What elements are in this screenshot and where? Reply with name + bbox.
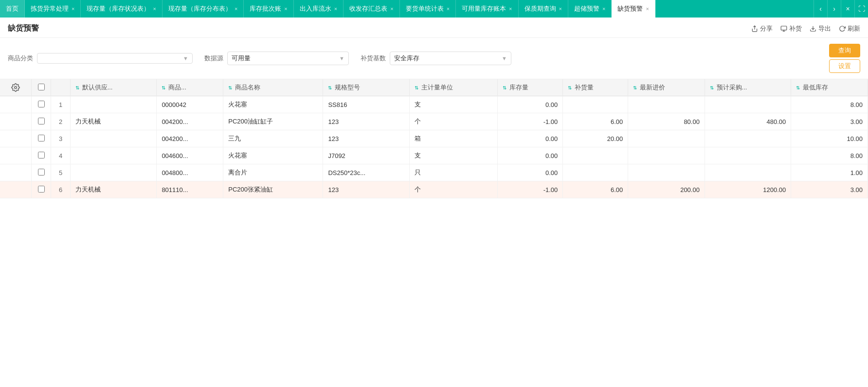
row-product-name: 三九 (223, 130, 323, 147)
row-stock: 0.00 (498, 130, 563, 147)
tab-inventory-dist[interactable]: 现存量（库存分布表） × (163, 0, 244, 18)
tab-close-expiry[interactable]: × (559, 6, 562, 12)
header-actions: 分享 补货 导出 刷新 (751, 24, 860, 33)
row-stock: 0.00 (498, 96, 563, 113)
refresh-button[interactable]: 刷新 (839, 24, 860, 33)
tab-close-inventory-dist[interactable]: × (235, 6, 237, 12)
replenish-button[interactable]: 补货 (780, 24, 802, 33)
datasource-select[interactable]: 可用量 ▼ (227, 52, 349, 65)
row-replenish (563, 164, 628, 181)
row-spec: J7092 (323, 147, 410, 164)
tab-close-available-ledger[interactable]: × (509, 6, 512, 12)
row-checkbox-cell[interactable] (32, 113, 51, 130)
datasource-label: 数据源 (204, 54, 223, 63)
col-header-latest-price[interactable]: ⇅ 最新进价 (628, 79, 705, 96)
row-replenish (563, 147, 628, 164)
row-checkbox-5[interactable] (38, 169, 45, 176)
table-row: 6 力天机械 801110... PC200张紧油缸 123 个 -1.00 6… (0, 181, 868, 198)
row-replenish: 6.00 (563, 181, 628, 198)
tab-fullscreen[interactable]: ⛶ (854, 0, 868, 18)
table-row: 5 004800... 离合片 DS250*23c... 只 0.00 1.00 (0, 164, 868, 181)
tab-home[interactable]: 首页 (0, 0, 25, 18)
tab-close-inout-flow[interactable]: × (334, 6, 337, 12)
tab-close-inventory-status[interactable]: × (153, 6, 156, 12)
row-unit: 支 (410, 147, 498, 164)
category-filter-group: 商品分类 ▼ (8, 53, 193, 64)
replenish-base-select[interactable]: 安全库存 ▼ (390, 52, 511, 65)
col-header-est-purchase[interactable]: ⇅ 预计采购... (705, 79, 791, 96)
tab-close-exception[interactable]: × (72, 6, 74, 12)
tab-available-ledger[interactable]: 可用量库存账本 × (456, 0, 518, 18)
row-min-stock: 3.00 (791, 113, 868, 130)
row-checkbox-3[interactable] (38, 135, 45, 141)
export-icon (810, 25, 816, 32)
row-num: 4 (51, 147, 71, 164)
row-checkbox-cell[interactable] (32, 181, 51, 198)
row-settings-cell (0, 96, 32, 113)
row-checkbox-6[interactable] (38, 186, 45, 193)
category-select[interactable]: ▼ (37, 53, 193, 64)
datasource-filter-group: 数据源 可用量 ▼ (204, 52, 349, 65)
col-header-product-code[interactable]: ⇅ 商品... (157, 79, 223, 96)
filter-area: 商品分类 ▼ 数据源 可用量 ▼ 补货基数 安全库存 ▼ 查询 设置 (0, 38, 868, 79)
export-button[interactable]: 导出 (810, 24, 831, 33)
tab-expiry[interactable]: 保质期查询 × (519, 0, 568, 18)
col-header-num (51, 79, 71, 96)
settings-button[interactable]: 设置 (829, 59, 860, 73)
row-spec: 123 (323, 113, 410, 130)
row-supplier (71, 96, 157, 113)
page-header: 缺货预警 分享 补货 导出 刷新 (0, 18, 868, 38)
table-row: 2 力天机械 004200... PC200油缸缸子 123 个 -1.00 6… (0, 113, 868, 130)
row-num: 6 (51, 181, 71, 198)
tab-shortage[interactable]: 缺货预警 × (612, 0, 655, 18)
tab-close-receive-summary[interactable]: × (390, 6, 393, 12)
row-latest-price (628, 164, 705, 181)
tab-close-order-stats[interactable]: × (447, 6, 450, 12)
col-header-product-name[interactable]: ⇅ 商品名称 (223, 79, 323, 96)
tab-scroll-left[interactable]: ‹ (814, 0, 827, 18)
row-product-name: 火花塞 (223, 96, 323, 113)
row-product-name: PC200油缸缸子 (223, 113, 323, 130)
col-header-supplier[interactable]: ⇅ 默认供应... (71, 79, 157, 96)
row-spec: DS250*23c... (323, 164, 410, 181)
row-checkbox-2[interactable] (38, 118, 45, 124)
col-header-unit[interactable]: ⇅ 主计量单位 (410, 79, 498, 96)
tab-close-all[interactable]: × (841, 0, 854, 18)
query-button[interactable]: 查询 (829, 44, 860, 57)
datasource-arrow-icon: ▼ (339, 55, 344, 61)
tab-overstock[interactable]: 超储预警 × (568, 0, 612, 18)
tab-batch-account[interactable]: 库存批次账 × (244, 0, 293, 18)
row-checkbox-cell[interactable] (32, 147, 51, 164)
row-checkbox-1[interactable] (38, 101, 45, 107)
col-header-min-stock[interactable]: ⇅ 最低库存 (791, 79, 868, 96)
row-settings-cell (0, 130, 32, 147)
tab-close-batch-account[interactable]: × (284, 6, 287, 12)
row-settings-cell (0, 113, 32, 130)
tab-order-stats[interactable]: 要货单统计表 × (400, 0, 456, 18)
col-header-stock[interactable]: ⇅ 库存量 (498, 79, 563, 96)
tab-receive-summary[interactable]: 收发存汇总表 × (344, 0, 399, 18)
tab-close-shortage[interactable]: × (646, 6, 649, 12)
row-supplier: 力天机械 (71, 181, 157, 198)
row-num: 2 (51, 113, 71, 130)
tab-inout-flow[interactable]: 出入库流水 × (294, 0, 344, 18)
select-all-checkbox[interactable] (38, 84, 45, 90)
tab-inventory-status[interactable]: 现存量（库存状况表） × (81, 0, 162, 18)
row-checkbox-cell[interactable] (32, 130, 51, 147)
col-header-spec[interactable]: ⇅ 规格型号 (323, 79, 410, 96)
col-header-replenish[interactable]: ⇅ 补货量 (563, 79, 628, 96)
row-est-purchase (705, 130, 791, 147)
row-checkbox-cell[interactable] (32, 96, 51, 113)
row-stock: 0.00 (498, 147, 563, 164)
datasource-value: 可用量 (232, 54, 251, 63)
row-latest-price (628, 130, 705, 147)
col-header-checkbox[interactable] (32, 79, 51, 96)
tab-scroll-right[interactable]: › (827, 0, 841, 18)
column-settings-icon[interactable] (11, 83, 20, 92)
share-button[interactable]: 分享 (751, 24, 773, 33)
row-checkbox-cell[interactable] (32, 164, 51, 181)
row-checkbox-4[interactable] (38, 152, 45, 158)
tab-exception[interactable]: 拣货异常处理 × (25, 0, 81, 18)
tab-close-overstock[interactable]: × (602, 6, 605, 12)
row-product-code: 004200... (157, 130, 223, 147)
